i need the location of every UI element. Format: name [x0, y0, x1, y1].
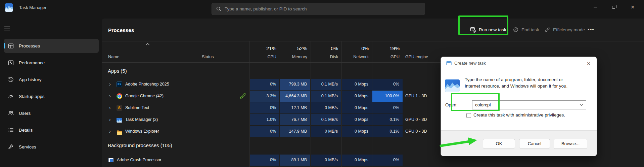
efficiency-leaf-icon: [239, 93, 246, 99]
search-icon: [216, 6, 221, 11]
sidebar-item-details[interactable]: Details: [4, 123, 99, 137]
cpu-cell: 1.0%: [250, 114, 279, 125]
cancel-button[interactable]: Cancel: [519, 139, 550, 149]
users-icon: [8, 110, 14, 116]
network-cell: 0 Mbps: [342, 79, 372, 90]
disk-cell: 0 MB/s: [311, 155, 341, 166]
gpu-usage-total: 19%: [372, 45, 403, 51]
network-cell: 0 Mbps: [342, 91, 372, 102]
column-header-cpu[interactable]: CPU: [249, 55, 280, 59]
sidebar-item-services[interactable]: Services: [4, 140, 99, 154]
sidebar-item-label: Performance: [19, 60, 45, 65]
sidebar-item-label: Users: [19, 111, 31, 116]
sidebar-item-label: Processes: [19, 43, 40, 48]
status-cell: [200, 79, 249, 90]
gpu-cell: 0%: [372, 79, 403, 90]
expand-chevron-icon[interactable]: ›: [109, 79, 111, 90]
disk-cell: 0 MB/s: [311, 126, 341, 137]
column-header-disk[interactable]: Disk: [311, 55, 341, 59]
gpu-cell: 0%: [372, 102, 403, 113]
more-options-button[interactable]: •••: [584, 24, 598, 36]
performance-icon: [8, 60, 14, 66]
process-name: Google Chrome (42): [125, 91, 164, 102]
titlebar: Task Manager ✕: [0, 0, 644, 19]
sidebar-item-users[interactable]: Users: [4, 106, 99, 120]
column-header-gpu[interactable]: GPU: [372, 55, 403, 59]
sidebar-item-startup-apps[interactable]: Startup apps: [4, 89, 99, 103]
search-input[interactable]: [225, 3, 419, 15]
disk-usage-total: 0%: [311, 45, 341, 51]
memory-cell: 89.1 MB: [280, 155, 310, 166]
usage-summary-row: 21% 52% 0% 0% 19%: [102, 45, 452, 51]
sidebar-item-label: App history: [19, 77, 42, 82]
admin-privileges-label: Create this task with administrative pri…: [473, 112, 565, 118]
hamburger-menu-button[interactable]: [4, 25, 12, 33]
table-row-task-manager[interactable]: › Task Manager (2) 1.0% 76.7 MB 0.1 MB/s…: [102, 114, 452, 125]
table-row-chrome[interactable]: › Google Chrome (42) 3.3% 4,664.3 MB 0.1…: [102, 91, 452, 102]
sublime-text-icon: S: [117, 105, 122, 111]
cpu-cell: 0%: [250, 102, 279, 113]
column-header-name[interactable]: Name: [102, 55, 200, 59]
process-name: Adobe Photoshop 2025: [125, 79, 169, 90]
ok-button[interactable]: OK: [483, 139, 515, 149]
task-manager-dialog-icon: [445, 79, 460, 92]
sidebar-item-app-history[interactable]: App history: [4, 72, 99, 87]
task-manager-icon: [117, 117, 122, 123]
sidebar-item-processes[interactable]: Processes: [4, 39, 99, 53]
search-bar[interactable]: [212, 3, 425, 15]
cpu-cell: 0%: [250, 79, 279, 90]
network-usage-total: 0%: [341, 45, 372, 51]
processes-icon: [8, 43, 14, 49]
windows-explorer-icon: [117, 129, 122, 134]
services-icon: [8, 144, 14, 150]
photoshop-icon: Ps: [117, 81, 122, 87]
restore-button[interactable]: [606, 0, 621, 14]
app-history-icon: [8, 77, 14, 82]
gpu-cell: 0%: [372, 155, 403, 166]
group-header-background[interactable]: Background processes (105): [108, 142, 172, 148]
sidebar-item-label: Details: [19, 128, 33, 133]
end-task-icon: [513, 27, 518, 32]
adobe-crash-processor-icon: [108, 158, 113, 162]
status-cell: [200, 114, 249, 125]
close-button[interactable]: ✕: [625, 0, 640, 14]
group-header-apps[interactable]: Apps (5): [108, 68, 127, 74]
dropdown-chevron-icon[interactable]: [580, 104, 583, 106]
minimize-button[interactable]: [588, 0, 603, 14]
efficiency-mode-label: Efficiency mode: [553, 27, 585, 32]
expand-chevron-icon[interactable]: ›: [109, 91, 111, 102]
status-cell: [200, 102, 249, 113]
sidebar: Processes Performance App history Startu…: [0, 19, 102, 167]
dialog-close-button[interactable]: ✕: [585, 60, 593, 68]
network-cell: 0 Mbps: [342, 126, 372, 137]
sidebar-item-performance[interactable]: Performance: [4, 56, 99, 70]
efficiency-mode-button[interactable]: Efficiency mode: [540, 24, 589, 36]
close-icon: ✕: [631, 4, 635, 10]
table-row-adobe-crash-processor[interactable]: Adobe Crash Processor 0% 89.1 MB 0 MB/s …: [102, 155, 452, 166]
status-cell: [200, 155, 249, 166]
memory-cell: 12.1 MB: [280, 102, 310, 113]
expand-chevron-icon[interactable]: ›: [109, 114, 111, 125]
task-manager-app-icon: [5, 3, 13, 12]
expand-chevron-icon[interactable]: ›: [109, 102, 111, 113]
process-name: Sublime Text: [125, 102, 149, 113]
window-title: Task Manager: [19, 5, 47, 10]
admin-privileges-checkbox[interactable]: [466, 113, 471, 118]
expand-chevron-icon[interactable]: ›: [109, 126, 111, 137]
disk-cell: 0.1 MB/s: [311, 79, 341, 90]
end-task-button[interactable]: End task: [509, 24, 543, 36]
header-divider: [102, 62, 452, 63]
table-row-sublime[interactable]: › S Sublime Text 0% 12.1 MB 0 MB/s 0 Mbp…: [102, 102, 452, 113]
column-header-memory[interactable]: Memory: [280, 55, 311, 59]
column-header-status[interactable]: Status: [200, 55, 249, 59]
chrome-icon: [117, 93, 122, 99]
status-cell: [200, 91, 249, 102]
annotation-box-run-new-task: [458, 15, 508, 35]
column-header-network[interactable]: Network: [341, 55, 372, 59]
memory-cell: 76.7 MB: [280, 114, 310, 125]
table-row-explorer[interactable]: › Windows Explorer 0% 147.9 MB 0 MB/s 0 …: [102, 126, 452, 137]
browse-button[interactable]: Browse...: [554, 139, 587, 149]
network-cell: 0 Mbps: [342, 102, 372, 113]
cpu-usage-total: 21%: [249, 45, 280, 51]
table-row-photoshop[interactable]: › Ps Adobe Photoshop 2025 0% 798.3 MB 0.…: [102, 79, 452, 90]
